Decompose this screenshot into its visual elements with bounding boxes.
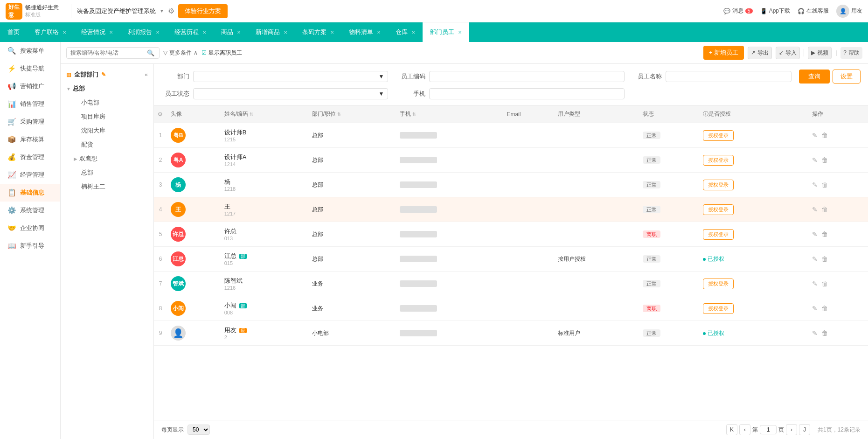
more-filter-btn[interactable]: ▽ 更多条件 ∧ — [163, 49, 198, 57]
edit-icon[interactable]: ✎ — [812, 329, 818, 337]
edit-icon[interactable]: ✎ — [812, 132, 818, 139]
close-tab-icon[interactable]: ✕ — [156, 30, 160, 35]
auth-login-button[interactable]: 授权登录 — [703, 204, 734, 215]
sidebar-item-marketing[interactable]: 📢营销推广 — [0, 77, 60, 95]
col-phone[interactable]: 手机 ⇅ — [396, 105, 503, 123]
message-btn[interactable]: 💬 消息 5 — [723, 7, 753, 15]
edit-icon[interactable]: ✎ — [812, 305, 818, 312]
nav-tab-商品[interactable]: 商品✕ — [214, 22, 248, 42]
edit-icon[interactable]: ✎ — [812, 206, 818, 213]
sidebar-item-purchase[interactable]: 🛒采购管理 — [0, 113, 60, 131]
edit-icon[interactable]: ✎ — [812, 181, 818, 188]
auth-login-button[interactable]: 授权登录 — [703, 279, 734, 289]
nav-tab-客户联络[interactable]: 客户联络✕ — [27, 22, 74, 42]
dept-node-root[interactable]: ▼总部 — [61, 82, 153, 96]
set-button[interactable]: 设置 — [833, 70, 861, 84]
next-page-btn[interactable]: › — [786, 424, 797, 435]
close-tab-icon[interactable]: ✕ — [411, 30, 415, 35]
nav-tab-经营历程[interactable]: 经营历程✕ — [167, 22, 214, 42]
sidebar-item-shortcut[interactable]: ⚡快捷导航 — [0, 60, 60, 77]
nav-tab-首页[interactable]: 首页 — [0, 22, 27, 42]
video-button[interactable]: ▶ 视频 — [808, 47, 832, 59]
dept-node-peihuo[interactable]: 配货 — [61, 138, 153, 152]
auth-login-button[interactable]: 授权登录 — [703, 229, 734, 240]
auth-login-button[interactable]: 授权登录 — [703, 303, 734, 314]
sidebar-item-system[interactable]: ⚙️系统管理 — [0, 202, 60, 219]
close-tab-icon[interactable]: ✕ — [377, 30, 381, 35]
import-button[interactable]: ↙ 导入 — [776, 47, 800, 59]
delete-icon[interactable]: 🗑 — [821, 305, 828, 312]
col-settings[interactable]: ⚙ — [154, 105, 167, 123]
close-tab-icon[interactable]: ✕ — [237, 30, 241, 35]
sidebar-item-basic[interactable]: 📋基础信息 — [0, 184, 60, 202]
search-input[interactable] — [70, 49, 145, 56]
delete-icon[interactable]: 🗑 — [821, 280, 828, 287]
nav-tab-条码方案[interactable]: 条码方案✕ — [295, 22, 341, 42]
delete-icon[interactable]: 🗑 — [821, 230, 828, 238]
emp-status-select[interactable]: ▼ — [193, 88, 388, 99]
nav-tab-仓库[interactable]: 仓库✕ — [388, 22, 423, 42]
dept-node-pumuliangwang[interactable]: 楠树王二 — [61, 180, 153, 194]
auth-login-button[interactable]: 授权登录 — [703, 180, 734, 190]
nav-tab-经营情况[interactable]: 经营情况✕ — [74, 22, 120, 42]
dept-node-xiaodibu[interactable]: 小电部 — [61, 96, 153, 110]
nav-tab-部门员工[interactable]: 部门员工✕ — [423, 22, 469, 42]
sidebar-item-coop[interactable]: 🤝企业协同 — [0, 219, 60, 237]
auth-login-button[interactable]: 授权登录 — [703, 155, 734, 166]
user-btn[interactable]: 👤 用友 — [836, 5, 862, 18]
sidebar-item-search[interactable]: 🔍搜索菜单 — [0, 42, 60, 60]
dept-node-shuangying[interactable]: ▶双鹰想 — [61, 152, 153, 166]
search-input-wrap[interactable]: 🔍 — [66, 47, 160, 59]
dept-node-xiangmu[interactable]: 项目库房 — [61, 110, 153, 124]
add-employee-button[interactable]: + 新增员工 — [703, 46, 744, 60]
nav-tab-物料清单[interactable]: 物料清单✕ — [341, 22, 388, 42]
delete-icon[interactable]: 🗑 — [821, 181, 828, 188]
show-resign-toggle[interactable]: ☑ 显示离职员工 — [201, 49, 242, 57]
delete-icon[interactable]: 🗑 — [821, 329, 828, 337]
close-tab-icon[interactable]: ✕ — [202, 30, 206, 35]
per-page-select[interactable]: 50 — [187, 425, 210, 435]
dept-select[interactable]: ▼ — [193, 71, 388, 82]
prev-page-btn[interactable]: ‹ — [739, 424, 750, 435]
dept-edit-icon[interactable]: ✎ — [101, 71, 106, 78]
sidebar-item-finance[interactable]: 💰资金管理 — [0, 148, 60, 166]
close-tab-icon[interactable]: ✕ — [109, 30, 113, 35]
edit-icon[interactable]: ✎ — [812, 230, 818, 238]
edit-icon[interactable]: ✎ — [812, 280, 818, 287]
delete-icon[interactable]: 🗑 — [821, 206, 828, 213]
col-dept[interactable]: 部门/职位 ⇅ — [308, 105, 396, 123]
nav-tab-新增商品[interactable]: 新增商品✕ — [248, 22, 295, 42]
close-tab-icon[interactable]: ✕ — [458, 30, 462, 35]
system-dropdown-arrow[interactable]: ▼ — [160, 8, 164, 14]
delete-icon[interactable]: 🗑 — [821, 132, 828, 139]
page-input[interactable] — [760, 425, 777, 434]
sidebar-item-inventory[interactable]: 📦库存核算 — [0, 131, 60, 148]
app-download-btn[interactable]: 📱 App下载 — [760, 7, 790, 15]
phone-input[interactable] — [429, 88, 624, 99]
online-service-btn[interactable]: 🎧 在线客服 — [798, 7, 829, 15]
edit-icon[interactable]: ✎ — [812, 255, 818, 263]
dept-node-zongbu[interactable]: 总部 — [61, 166, 153, 180]
gear-icon[interactable]: ⚙ — [168, 7, 174, 15]
help-button[interactable]: ? 帮助 — [840, 47, 862, 59]
dept-collapse-icon[interactable]: « — [145, 71, 148, 78]
close-tab-icon[interactable]: ✕ — [284, 30, 287, 35]
emp-name-input[interactable] — [666, 71, 792, 82]
sidebar-item-sales[interactable]: 📊销售管理 — [0, 95, 60, 113]
close-tab-icon[interactable]: ✕ — [330, 30, 334, 35]
sidebar-item-operation[interactable]: 📈经营管理 — [0, 166, 60, 184]
dept-node-shenyang[interactable]: 沈阳大库 — [61, 124, 153, 138]
query-button[interactable]: 查询 — [799, 70, 830, 84]
emp-code-input[interactable] — [429, 71, 624, 82]
export-button[interactable]: ↗ 导出 — [748, 47, 772, 59]
first-page-btn[interactable]: K — [726, 424, 737, 435]
col-name[interactable]: 姓名/编码 ⇅ — [221, 105, 308, 123]
nav-tab-利润报告[interactable]: 利润报告✕ — [120, 22, 167, 42]
sidebar-item-guide[interactable]: 📖新手引导 — [0, 237, 60, 255]
close-tab-icon[interactable]: ✕ — [62, 30, 66, 35]
trial-button[interactable]: 体验行业方案 — [178, 4, 228, 18]
delete-icon[interactable]: 🗑 — [821, 156, 828, 164]
delete-icon[interactable]: 🗑 — [821, 255, 828, 263]
last-page-btn[interactable]: J — [799, 424, 810, 435]
edit-icon[interactable]: ✎ — [812, 156, 818, 164]
